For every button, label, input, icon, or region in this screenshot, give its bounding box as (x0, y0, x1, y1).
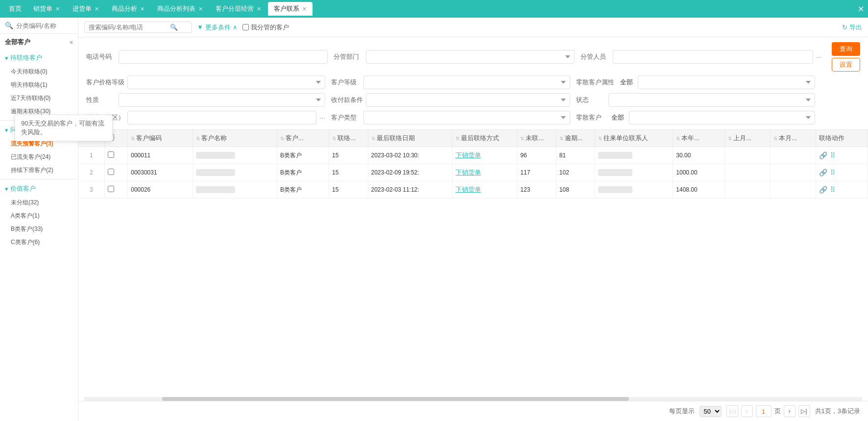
contact-icon[interactable]: 🔗 (819, 186, 827, 194)
tab-customer-contact[interactable]: 客户联系 ✕ (268, 2, 313, 16)
settings-button[interactable]: 设置 (832, 58, 860, 72)
row-checkbox[interactable] (108, 169, 114, 175)
th-name[interactable]: ⇅客户名称 (193, 130, 277, 147)
person-input[interactable] (613, 50, 813, 64)
cust-tier-select[interactable] (363, 75, 570, 89)
cell-checkbox[interactable] (104, 164, 128, 181)
query-button[interactable]: 查询 (832, 42, 860, 56)
row-checkbox[interactable] (108, 186, 114, 192)
cell-checkbox[interactable] (104, 147, 128, 164)
close-all-icon[interactable]: ✕ (858, 4, 864, 14)
cust-type-select[interactable] (363, 111, 570, 124)
filter-search-input[interactable] (89, 24, 167, 31)
sidebar-item-classA[interactable]: A类客户(1) (0, 209, 78, 223)
sidebar-item-today[interactable]: 今天待联络(0) (0, 65, 78, 78)
tab-sales[interactable]: 销货单 ✕ (27, 2, 66, 16)
table-body: 1000011 B类客户152023-03-02 10:30:下销货单9681 … (78, 147, 868, 198)
close-icon[interactable]: ✕ (302, 6, 307, 12)
price-tier-label: 客户价格等级 (86, 78, 124, 87)
tab-purchase[interactable]: 进货单 ✕ (67, 2, 105, 16)
cell-action: 🔗⠿ (816, 147, 868, 164)
dots-icon[interactable]: ··· (319, 114, 325, 122)
th-overdue[interactable]: ⇅逾期... (556, 130, 595, 147)
th-this-month[interactable]: ⇅本月... (771, 130, 816, 147)
status-select[interactable] (608, 93, 815, 107)
cell-action: 🔗⠿ (816, 164, 868, 181)
cell-this-month (771, 181, 816, 198)
contact-icon[interactable]: 🔗 (819, 151, 827, 159)
th-last-month[interactable]: ⇅上月... (725, 130, 771, 147)
tab-home[interactable]: 首页 (4, 4, 26, 13)
row-checkbox[interactable] (108, 151, 114, 158)
page-next-btn[interactable]: › (784, 405, 796, 417)
scroll-thumb[interactable] (162, 397, 629, 401)
method-link[interactable]: 下销货单 (456, 169, 481, 176)
th-last-date[interactable]: ⇅最后联络日期 (368, 130, 452, 147)
dots-icon[interactable]: ··· (816, 53, 822, 61)
page-input[interactable] (756, 405, 772, 417)
th-code[interactable]: ⇅客户编码 (128, 130, 193, 147)
close-icon[interactable]: ✕ (257, 6, 261, 12)
cell-checkbox[interactable] (104, 181, 128, 198)
sidebar-item-7days[interactable]: 近7天待联络(0) (0, 92, 78, 105)
cell-last-date: 2023-02-03 11:12: (368, 181, 452, 198)
page-prev-btn[interactable]: ‹ (741, 405, 753, 417)
cell-code: 00030031 (128, 164, 193, 181)
th-unit-contact[interactable]: ⇅往来单位联系人 (595, 130, 673, 147)
nature-select[interactable] (119, 93, 325, 107)
contact-icon[interactable]: 🔗 (819, 169, 827, 176)
phone-input[interactable] (119, 50, 328, 64)
close-icon[interactable]: ✕ (198, 6, 203, 12)
region-input[interactable] (127, 111, 316, 124)
sidebar-item-ungrouped[interactable]: 未分组(32) (0, 196, 78, 209)
price-tier-select[interactable] (127, 75, 325, 89)
scatter-attr-select[interactable] (638, 75, 815, 89)
collapse-icon[interactable]: « (70, 39, 73, 46)
dept-select[interactable] (366, 50, 575, 64)
close-icon[interactable]: ✕ (55, 6, 60, 12)
th-contact[interactable]: ⇅联络... (329, 130, 368, 147)
cell-this-month (771, 164, 816, 181)
th-last-method[interactable]: ⇅最后联络方式 (452, 130, 517, 147)
scatter-select[interactable] (629, 111, 815, 124)
sidebar-item-classC[interactable]: C类客户(6) (0, 236, 78, 249)
page-first-btn[interactable]: |◁ (726, 405, 738, 417)
close-icon[interactable]: ✕ (95, 6, 99, 12)
method-link[interactable]: 下销货单 (456, 151, 481, 159)
cell-overdue: 81 (556, 147, 595, 164)
page-last-btn[interactable]: ▷| (798, 405, 810, 417)
page-separator: 页 (774, 407, 781, 416)
scatter-prefix: 全部 (611, 113, 624, 122)
horizontal-scrollbar[interactable] (84, 397, 862, 401)
th-no-contact[interactable]: ⇅未联... (517, 130, 556, 147)
cell-last-method[interactable]: 下销货单 (452, 164, 517, 181)
sidebar-item-declining[interactable]: 持续下滑客户(2) (0, 164, 78, 177)
th-this-year[interactable]: ⇅本年... (673, 130, 725, 147)
payment-select[interactable] (366, 93, 570, 107)
tab-analysis-list[interactable]: 商品分析列表 ✕ (151, 2, 209, 16)
more-icon[interactable]: ⠿ (830, 151, 835, 159)
mine-checkbox[interactable] (242, 24, 249, 30)
more-icon[interactable]: ⠿ (830, 186, 835, 194)
per-page-select[interactable]: 50 (699, 406, 722, 417)
cell-unit-contact (595, 164, 673, 181)
sidebar-item-tomorrow[interactable]: 明天待联络(1) (0, 78, 78, 92)
tab-customer-tier[interactable]: 客户分层经营 ✕ (210, 2, 267, 16)
cell-last-method[interactable]: 下销货单 (452, 147, 517, 164)
sidebar-item-churned[interactable]: 已流失客户(24) (0, 150, 78, 164)
pagination: |◁ ‹ 页 › ▷| (726, 405, 810, 417)
sidebar-item-classB[interactable]: B类客户(33) (0, 223, 78, 236)
export-btn[interactable]: ↻ 导出 (842, 23, 862, 32)
close-icon[interactable]: ✕ (140, 6, 145, 12)
sidebar-group-value[interactable]: ▾ 价值客户 (0, 181, 78, 196)
tab-analysis[interactable]: 商品分析 ✕ (106, 2, 150, 16)
sidebar-group-pending[interactable]: ▾ 待联络客户 (0, 50, 78, 65)
cell-last-method[interactable]: 下销货单 (452, 181, 517, 198)
th-type[interactable]: ⇅客户... (277, 130, 329, 147)
method-link[interactable]: 下销货单 (456, 186, 481, 193)
arrow-icon: ▾ (5, 185, 8, 193)
more-icon[interactable]: ⠿ (830, 169, 835, 176)
search-icon[interactable]: 🔍 (170, 24, 178, 31)
filter-more-btn[interactable]: ▼ 更多条件 ∧ (197, 23, 238, 32)
sidebar-search-input[interactable] (16, 22, 78, 29)
